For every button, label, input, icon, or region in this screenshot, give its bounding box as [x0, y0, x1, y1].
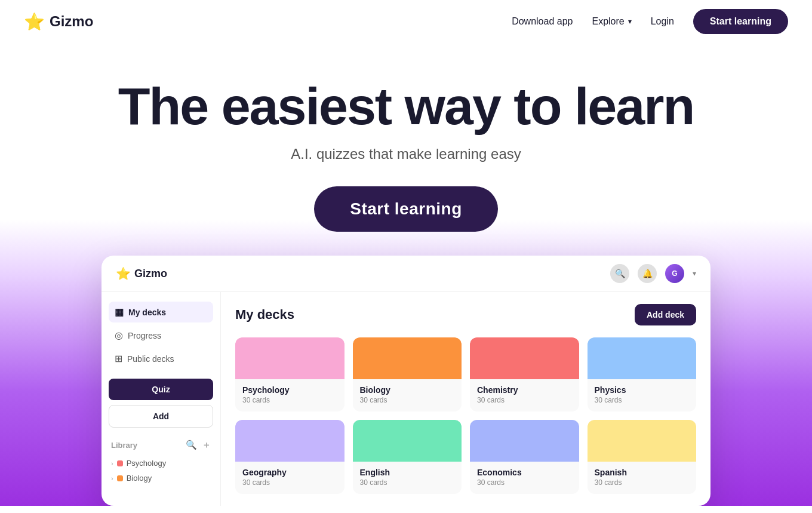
- app-mockup-logo: ⭐ Gizmo: [116, 266, 167, 281]
- deck-info-chemistry: Chemistry 30 cards: [470, 379, 579, 411]
- logo-link[interactable]: ⭐ Gizmo: [24, 12, 93, 32]
- hero-subtitle: A.I. quizzes that make learning easy: [12, 146, 800, 162]
- hero-title: The easiest way to learn: [12, 79, 800, 134]
- app-preview-section: ⭐ Gizmo 🔍 🔔 G ▾ ▦ My decks ◎ Progress: [0, 220, 812, 506]
- deck-name-psychology: Psychology: [242, 385, 337, 395]
- deck-count-spanish: 30 cards: [595, 478, 690, 487]
- hero-section: The easiest way to learn A.I. quizzes th…: [0, 43, 812, 232]
- main-content-header: My decks Add deck: [235, 304, 696, 325]
- main-content: My decks Add deck Psychology 30 cards: [221, 292, 710, 506]
- deck-card-chemistry[interactable]: Chemistry 30 cards: [470, 337, 579, 411]
- deck-card-physics[interactable]: Physics 30 cards: [588, 337, 697, 411]
- deck-card-biology[interactable]: Biology 30 cards: [353, 337, 462, 411]
- deck-card-english[interactable]: English 30 cards: [353, 420, 462, 494]
- app-body: ▦ My decks ◎ Progress ⊞ Public decks Qui…: [102, 292, 710, 506]
- avatar-chevron-icon: ▾: [693, 269, 696, 278]
- app-logo-star-icon: ⭐: [116, 266, 131, 281]
- deck-color-psychology: [235, 337, 345, 379]
- deck-color-economics: [470, 420, 579, 462]
- sidebar: ▦ My decks ◎ Progress ⊞ Public decks Qui…: [102, 292, 221, 506]
- deck-color-chemistry: [470, 337, 579, 379]
- deck-name-physics: Physics: [595, 385, 690, 395]
- deck-card-geography[interactable]: Geography 30 cards: [235, 420, 345, 494]
- bell-icon[interactable]: 🔔: [638, 264, 657, 283]
- app-logo-text: Gizmo: [134, 268, 167, 280]
- nav-start-learning-button[interactable]: Start learning: [693, 9, 788, 34]
- app-mockup: ⭐ Gizmo 🔍 🔔 G ▾ ▦ My decks ◎ Progress: [102, 256, 710, 506]
- library-item-psychology[interactable]: › Psychology: [109, 456, 213, 471]
- deck-count-economics: 30 cards: [477, 478, 572, 487]
- deck-count-biology: 30 cards: [360, 396, 455, 404]
- expand-arrow-icon: ›: [111, 460, 113, 467]
- deck-grid: Psychology 30 cards Biology 30 cards: [235, 337, 696, 494]
- deck-color-spanish: [588, 420, 697, 462]
- sidebar-item-progress[interactable]: ◎ Progress: [109, 325, 213, 346]
- deck-info-economics: Economics 30 cards: [470, 462, 579, 494]
- app-header-icons: 🔍 🔔 G ▾: [610, 264, 696, 283]
- download-app-button[interactable]: Download app: [512, 16, 573, 27]
- library-item-biology[interactable]: › Biology: [109, 471, 213, 486]
- deck-info-physics: Physics 30 cards: [588, 379, 697, 411]
- deck-info-psychology: Psychology 30 cards: [235, 379, 345, 411]
- sidebar-item-public-decks[interactable]: ⊞ Public decks: [109, 348, 213, 369]
- sidebar-public-decks-label: Public decks: [127, 354, 174, 364]
- library-icons: 🔍 ＋: [186, 440, 211, 451]
- deck-color-english: [353, 420, 462, 462]
- biology-label: Biology: [127, 474, 152, 483]
- library-header: Library 🔍 ＋: [109, 440, 213, 451]
- navbar: ⭐ Gizmo Download app Explore ▾ Login Sta…: [0, 0, 812, 43]
- deck-color-physics: [588, 337, 697, 379]
- deck-info-biology: Biology 30 cards: [353, 379, 462, 411]
- deck-color-geography: [235, 420, 345, 462]
- deck-count-geography: 30 cards: [242, 478, 337, 487]
- deck-name-chemistry: Chemistry: [477, 385, 572, 395]
- chevron-down-icon: ▾: [628, 17, 632, 26]
- login-button[interactable]: Login: [651, 16, 674, 27]
- deck-count-physics: 30 cards: [595, 396, 690, 404]
- deck-count-english: 30 cards: [360, 478, 455, 487]
- expand-arrow-icon: ›: [111, 475, 113, 482]
- add-deck-button[interactable]: Add deck: [635, 304, 696, 325]
- deck-name-geography: Geography: [242, 468, 337, 477]
- avatar[interactable]: G: [665, 264, 684, 283]
- logo-text: Gizmo: [50, 13, 93, 30]
- sidebar-progress-label: Progress: [128, 331, 161, 340]
- library-search-icon[interactable]: 🔍: [186, 440, 197, 451]
- psychology-dot: [117, 460, 123, 466]
- biology-dot: [117, 475, 123, 481]
- deck-name-biology: Biology: [360, 385, 455, 395]
- public-decks-icon: ⊞: [115, 353, 122, 364]
- my-decks-icon: ▦: [115, 306, 124, 318]
- add-button[interactable]: Add: [109, 405, 213, 428]
- explore-button[interactable]: Explore ▾: [592, 16, 631, 27]
- deck-name-spanish: Spanish: [595, 468, 690, 477]
- progress-icon: ◎: [115, 330, 123, 341]
- quiz-button[interactable]: Quiz: [109, 379, 213, 400]
- deck-name-english: English: [360, 468, 455, 477]
- nav-links: Download app Explore ▾ Login Start learn…: [512, 9, 788, 34]
- logo-star-icon: ⭐: [24, 12, 45, 32]
- sidebar-library: Library 🔍 ＋ › Psychology ›: [109, 440, 213, 486]
- deck-name-economics: Economics: [477, 468, 572, 477]
- deck-card-psychology[interactable]: Psychology 30 cards: [235, 337, 345, 411]
- deck-count-psychology: 30 cards: [242, 396, 337, 404]
- deck-info-spanish: Spanish 30 cards: [588, 462, 697, 494]
- main-title: My decks: [235, 307, 294, 322]
- sidebar-item-my-decks[interactable]: ▦ My decks: [109, 302, 213, 322]
- deck-card-economics[interactable]: Economics 30 cards: [470, 420, 579, 494]
- hero-start-learning-button[interactable]: Start learning: [314, 186, 497, 232]
- deck-count-chemistry: 30 cards: [477, 396, 572, 404]
- app-mockup-header: ⭐ Gizmo 🔍 🔔 G ▾: [102, 256, 710, 292]
- deck-card-spanish[interactable]: Spanish 30 cards: [588, 420, 697, 494]
- deck-info-geography: Geography 30 cards: [235, 462, 345, 494]
- sidebar-action-buttons: Quiz Add: [109, 379, 213, 428]
- library-label: Library: [111, 441, 137, 450]
- psychology-label: Psychology: [127, 459, 166, 468]
- search-icon[interactable]: 🔍: [610, 264, 629, 283]
- sidebar-my-decks-label: My decks: [128, 308, 166, 317]
- explore-label: Explore: [592, 16, 624, 27]
- deck-info-english: English 30 cards: [353, 462, 462, 494]
- deck-color-biology: [353, 337, 462, 379]
- library-add-icon[interactable]: ＋: [202, 440, 211, 451]
